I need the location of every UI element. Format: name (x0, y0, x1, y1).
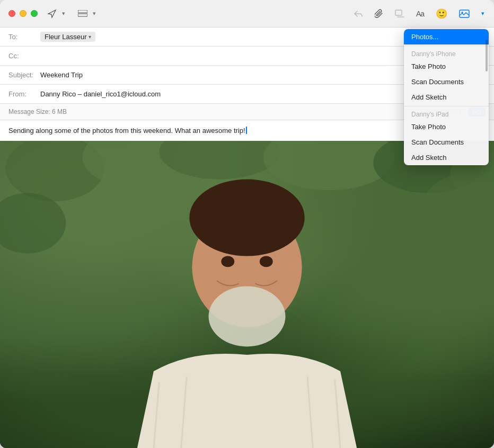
svg-point-15 (209, 286, 286, 347)
dropdown-item-iphone-add-sketch[interactable]: Add Sketch (404, 89, 489, 105)
traffic-lights (8, 10, 38, 17)
send-icon[interactable] (46, 8, 58, 20)
dropdown-divider-2 (404, 106, 489, 106)
dropdown-scrollbar[interactable] (484, 29, 489, 165)
subject-label: Subject: (8, 71, 40, 79)
layout-icon[interactable] (77, 9, 89, 19)
reply-icon[interactable] (352, 8, 364, 19)
svg-point-16 (221, 256, 234, 267)
toolbar-right: Aa 🙂 ▾ (352, 7, 486, 21)
close-button[interactable] (8, 10, 15, 17)
dropdown-item-ipad-add-sketch[interactable]: Add Sketch (404, 150, 489, 165)
titlebar-actions: ▾ ▾ (46, 8, 97, 20)
dannys-ipad-header: Danny's iPad (404, 107, 489, 119)
font-size-icon[interactable]: Aa (415, 8, 425, 19)
dropdown-divider-1 (404, 46, 489, 46)
dannys-iphone-header: Danny's iPhone (404, 47, 489, 59)
recipient-chip[interactable]: Fleur Lasseur ▾ (40, 32, 95, 42)
message-size-text: Message Size: 6 MB (8, 108, 430, 115)
dropdown-item-photos[interactable]: Photos... (404, 29, 489, 44)
cc-label: Cc: (8, 52, 40, 60)
dropdown-item-iphone-take-photo[interactable]: Take Photo (404, 59, 489, 74)
to-label: To: (8, 33, 40, 41)
dropdown-item-ipad-scan-docs[interactable]: Scan Documents (404, 135, 489, 150)
maximize-button[interactable] (31, 10, 38, 17)
svg-rect-0 (78, 10, 87, 13)
compose-icon[interactable] (394, 8, 405, 19)
photo-area (0, 141, 494, 448)
photo-dropdown-chevron-icon[interactable]: ▾ (480, 9, 486, 18)
message-size-value: 6 MB (52, 108, 67, 115)
svg-point-14 (189, 180, 304, 256)
insert-media-dropdown[interactable]: Photos... Danny's iPhone Take Photo Scan… (404, 29, 489, 165)
from-label: From: (8, 90, 40, 98)
text-cursor (246, 127, 247, 134)
mail-window: ▾ ▾ Aa 🙂 (0, 0, 494, 448)
dropdown-item-ipad-take-photo[interactable]: Take Photo (404, 119, 489, 135)
svg-point-17 (260, 256, 273, 267)
dropdown-scrollbar-thumb[interactable] (486, 40, 488, 71)
recipient-name: Fleur Lasseur (45, 33, 86, 41)
titlebar: ▾ ▾ Aa 🙂 (0, 0, 494, 28)
insert-photo-icon[interactable] (458, 8, 471, 19)
svg-rect-1 (78, 14, 87, 16)
person-photo (0, 141, 494, 448)
emoji-icon[interactable]: 🙂 (435, 7, 448, 21)
layout-chevron-icon[interactable]: ▾ (92, 9, 97, 18)
svg-point-11 (0, 193, 66, 253)
send-chevron-icon[interactable]: ▾ (61, 9, 66, 18)
minimize-button[interactable] (20, 10, 27, 17)
recipient-chevron-icon: ▾ (89, 34, 91, 40)
body-text: Sending along some of the photos from th… (8, 127, 245, 135)
svg-rect-2 (395, 10, 402, 15)
attachment-icon[interactable] (374, 7, 384, 20)
message-size-label: Message Size: (8, 108, 50, 115)
dropdown-item-iphone-scan-docs[interactable]: Scan Documents (404, 74, 489, 89)
